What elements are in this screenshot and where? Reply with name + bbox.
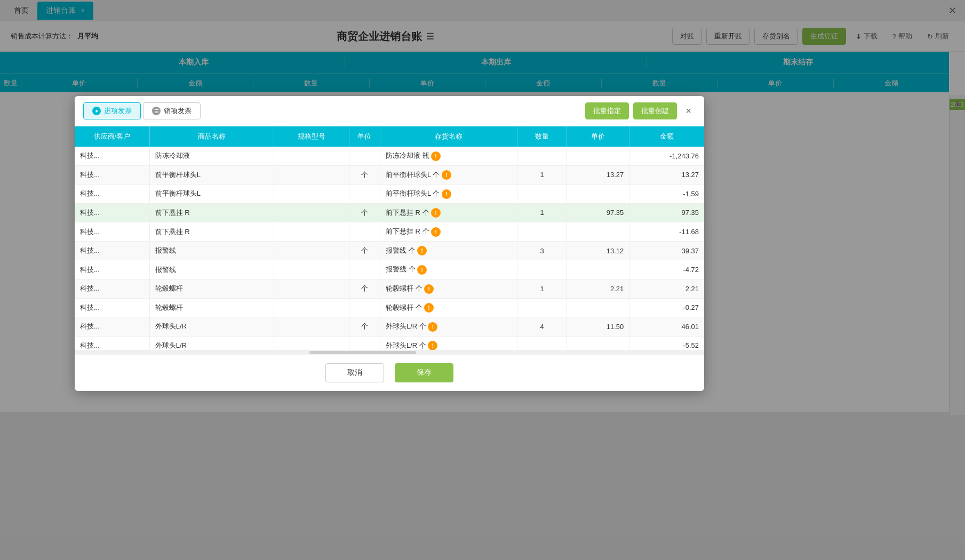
cell-spec (274, 260, 349, 279)
cell-unit (349, 185, 380, 204)
table-row[interactable]: 科技... 报警线 报警线 个 ! -4.72 (75, 260, 704, 279)
warning-icon: ! (424, 284, 434, 294)
tab-sales-invoice[interactable]: ☰ 销项发票 (143, 102, 201, 119)
cell-unit: 个 (349, 279, 380, 298)
table-row[interactable]: 科技... 外球头L/R 外球头L/R 个 ! -5.52 (75, 336, 704, 350)
cell-quantity: 1 (517, 279, 567, 298)
cell-product-name: 外球头L/R (149, 317, 274, 337)
cell-unit: 个 (349, 317, 380, 337)
cell-amount: 39.37 (629, 241, 704, 260)
cell-spec (274, 317, 349, 337)
table-row[interactable]: 科技... 前平衡杆球头L 前平衡杆球头L 个 ! -1.59 (75, 185, 704, 204)
purchase-tab-icon: ✦ (92, 107, 101, 115)
cell-inventory: 前平衡杆球头L 个 ! (380, 165, 517, 185)
cell-company: 科技... (75, 185, 149, 204)
cell-company: 科技... (75, 222, 149, 242)
cell-inventory: 轮毂螺杆 个 ! (380, 279, 517, 298)
cell-spec (274, 203, 349, 222)
table-row[interactable]: 科技... 轮毂螺杆 个 轮毂螺杆 个 ! 1 2.21 2.21 (75, 279, 704, 298)
cell-product-name: 报警线 (149, 241, 274, 260)
warning-icon: ! (417, 265, 427, 275)
cell-product-name: 前下悬挂 R (149, 222, 274, 242)
cell-unit (349, 222, 380, 242)
cell-unit-price (567, 298, 629, 317)
cell-product-name: 外球头L/R (149, 336, 274, 350)
cell-amount: -1,243.76 (629, 147, 704, 165)
invoice-table: 供应商/客户 商品名称 规格型号 单位 存货名称 数量 单价 金额 科技... … (75, 126, 704, 350)
table-row[interactable]: 科技... 报警线 个 报警线 个 ! 3 13.12 39.37 (75, 241, 704, 260)
table-row[interactable]: 科技... 前下悬挂 R 个 前下悬挂 R 个 ! 1 97.35 97.35 (75, 203, 704, 222)
cell-amount: 46.01 (629, 317, 704, 337)
table-row[interactable]: 科技... 前平衡杆球头L 个 前平衡杆球头L 个 ! 1 13.27 13.2… (75, 165, 704, 185)
cell-inventory: 报警线 个 ! (380, 241, 517, 260)
warning-icon: ! (431, 151, 441, 161)
cell-amount: -1.59 (629, 185, 704, 204)
cell-unit-price (567, 185, 629, 204)
cell-unit: 个 (349, 241, 380, 260)
cell-company: 科技... (75, 165, 149, 185)
cell-spec (274, 185, 349, 204)
cell-amount: -4.72 (629, 260, 704, 279)
warning-icon: ! (428, 322, 437, 332)
cell-product-name: 前平衡杆球头L (149, 185, 274, 204)
cancel-button[interactable]: 取消 (325, 363, 384, 382)
table-row[interactable]: 科技... 外球头L/R 个 外球头L/R 个 ! 4 11.50 46.01 (75, 317, 704, 337)
table-header-row: 供应商/客户 商品名称 规格型号 单位 存货名称 数量 单价 金额 (75, 126, 704, 147)
cell-quantity: 1 (517, 165, 567, 185)
scroll-thumb[interactable] (309, 351, 416, 354)
cell-product-name: 前下悬挂 R (149, 203, 274, 222)
cell-unit-price: 11.50 (567, 317, 629, 337)
cell-company: 科技... (75, 336, 149, 350)
save-button[interactable]: 保存 (395, 363, 453, 382)
sales-tab-icon: ☰ (152, 107, 161, 115)
cell-product-name: 轮毂螺杆 (149, 279, 274, 298)
cell-quantity (517, 222, 567, 242)
th-spec: 规格型号 (274, 126, 349, 147)
table-row[interactable]: 科技... 前下悬挂 R 前下悬挂 R 个 ! -11.68 (75, 222, 704, 242)
th-inventory-name: 存货名称 (380, 126, 517, 147)
cell-product-name: 轮毂螺杆 (149, 298, 274, 317)
cell-unit (349, 260, 380, 279)
th-amount: 金额 (629, 126, 704, 147)
cell-quantity: 1 (517, 203, 567, 222)
cell-inventory: 前下悬挂 R 个 ! (380, 203, 517, 222)
modal-header-right: 批量指定 批量创建 × (585, 102, 696, 119)
cell-unit: 个 (349, 165, 380, 185)
cell-product-name: 前平衡杆球头L (149, 165, 274, 185)
warning-icon: ! (428, 341, 437, 350)
warning-icon: ! (431, 227, 441, 237)
cell-unit-price (567, 147, 629, 165)
cell-unit (349, 147, 380, 165)
cell-inventory: 轮毂螺杆 个 ! (380, 298, 517, 317)
cell-inventory: 外球头L/R 个 ! (380, 317, 517, 337)
cell-amount: -5.52 (629, 336, 704, 350)
table-row[interactable]: 科技... 防冻冷却液 防冻冷却液 瓶 ! -1,243.76 (75, 147, 704, 165)
cell-company: 科技... (75, 241, 149, 260)
cell-amount: 13.27 (629, 165, 704, 185)
modal-footer: 取消 保存 (75, 355, 704, 391)
modal-close-button[interactable]: × (681, 106, 696, 117)
modal-table-wrapper[interactable]: 供应商/客户 商品名称 规格型号 单位 存货名称 数量 单价 金额 科技... … (75, 126, 704, 350)
cell-quantity (517, 147, 567, 165)
cell-product-name: 报警线 (149, 260, 274, 279)
batch-create-button[interactable]: 批量创建 (633, 102, 677, 119)
cell-unit-price: 97.35 (567, 203, 629, 222)
cell-unit-price (567, 222, 629, 242)
th-product-name: 商品名称 (149, 126, 274, 147)
modal-dialog: ✦ 进项发票 ☰ 销项发票 批量指定 批量创建 × 供应商/客户 商品名称 规格… (75, 96, 704, 391)
batch-assign-button[interactable]: 批量指定 (585, 102, 629, 119)
table-row[interactable]: 科技... 轮毂螺杆 轮毂螺杆 个 ! -0.27 (75, 298, 704, 317)
tab-purchase-invoice[interactable]: ✦ 进项发票 (83, 102, 141, 119)
cell-spec (274, 222, 349, 242)
cell-unit-price (567, 336, 629, 350)
cell-unit-price (567, 260, 629, 279)
warning-icon: ! (431, 208, 441, 218)
cell-company: 科技... (75, 298, 149, 317)
cell-amount: -0.27 (629, 298, 704, 317)
horizontal-scrollbar[interactable] (75, 350, 704, 355)
cell-quantity (517, 298, 567, 317)
th-unit-price: 单价 (567, 126, 629, 147)
cell-inventory: 前平衡杆球头L 个 ! (380, 185, 517, 204)
cell-company: 科技... (75, 279, 149, 298)
cell-spec (274, 147, 349, 165)
